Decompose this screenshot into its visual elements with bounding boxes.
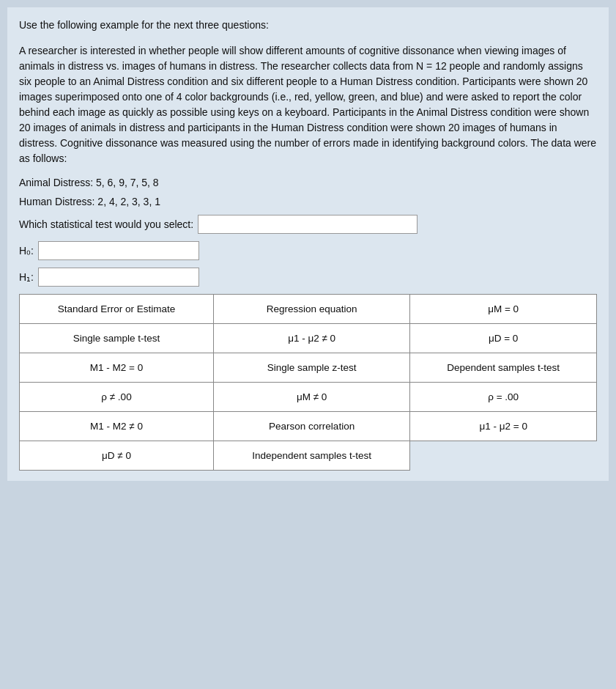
main-container: Use the following example for the next t… bbox=[7, 7, 609, 481]
table-cell[interactable]: ρ = .00 bbox=[410, 383, 597, 412]
h0-input[interactable] bbox=[38, 241, 199, 260]
answer-grid: Standard Error or EstimateRegression equ… bbox=[19, 294, 597, 471]
table-cell[interactable]: Regression equation bbox=[213, 295, 409, 324]
table-row: μD ≠ 0Independent samples t-test bbox=[20, 441, 597, 471]
table-row: Standard Error or EstimateRegression equ… bbox=[20, 295, 597, 324]
table-cell[interactable]: Pearson correlation bbox=[213, 412, 409, 441]
table-cell[interactable]: M1 - M2 = 0 bbox=[20, 353, 214, 383]
table-cell[interactable] bbox=[410, 441, 597, 471]
table-cell[interactable]: μM ≠ 0 bbox=[213, 383, 409, 412]
table-cell[interactable]: μ1 - μ2 = 0 bbox=[410, 412, 597, 441]
table-cell[interactable]: μM = 0 bbox=[410, 295, 597, 324]
intro-line1: Use the following example for the next t… bbox=[19, 18, 597, 33]
h1-row: H₁: bbox=[19, 268, 597, 287]
h0-row: H₀: bbox=[19, 241, 597, 260]
human-distress-label: Human Distress: 2, 4, 2, 3, 3, 1 bbox=[19, 196, 597, 207]
statistical-test-row: Which statistical test would you select: bbox=[19, 215, 597, 234]
table-row: Single sample t-testμ1 - μ2 ≠ 0μD = 0 bbox=[20, 324, 597, 353]
h0-label: H₀: bbox=[19, 245, 34, 257]
h1-input[interactable] bbox=[38, 268, 199, 287]
statistical-test-input[interactable] bbox=[198, 215, 418, 234]
table-cell[interactable]: Independent samples t-test bbox=[213, 441, 409, 471]
table-cell[interactable]: Dependent samples t-test bbox=[410, 353, 597, 383]
table-cell[interactable]: Single sample z-test bbox=[213, 353, 409, 383]
statistical-test-label: Which statistical test would you select: bbox=[19, 218, 193, 230]
table-row: M1 - M2 ≠ 0Pearson correlationμ1 - μ2 = … bbox=[20, 412, 597, 441]
table-cell[interactable]: Standard Error or Estimate bbox=[20, 295, 214, 324]
table-cell[interactable]: M1 - M2 ≠ 0 bbox=[20, 412, 214, 441]
h1-label: H₁: bbox=[19, 271, 34, 283]
animal-distress-label: Animal Distress: 5, 6, 9, 7, 5, 8 bbox=[19, 177, 597, 188]
table-cell[interactable]: Single sample t-test bbox=[20, 324, 214, 353]
table-cell[interactable]: μ1 - μ2 ≠ 0 bbox=[213, 324, 409, 353]
table-row: M1 - M2 = 0Single sample z-testDependent… bbox=[20, 353, 597, 383]
table-cell[interactable]: μD = 0 bbox=[410, 324, 597, 353]
table-cell[interactable]: ρ ≠ .00 bbox=[20, 383, 214, 412]
table-row: ρ ≠ .00μM ≠ 0ρ = .00 bbox=[20, 383, 597, 412]
table-cell[interactable]: μD ≠ 0 bbox=[20, 441, 214, 471]
intro-paragraph: A researcher is interested in whether pe… bbox=[19, 43, 597, 166]
